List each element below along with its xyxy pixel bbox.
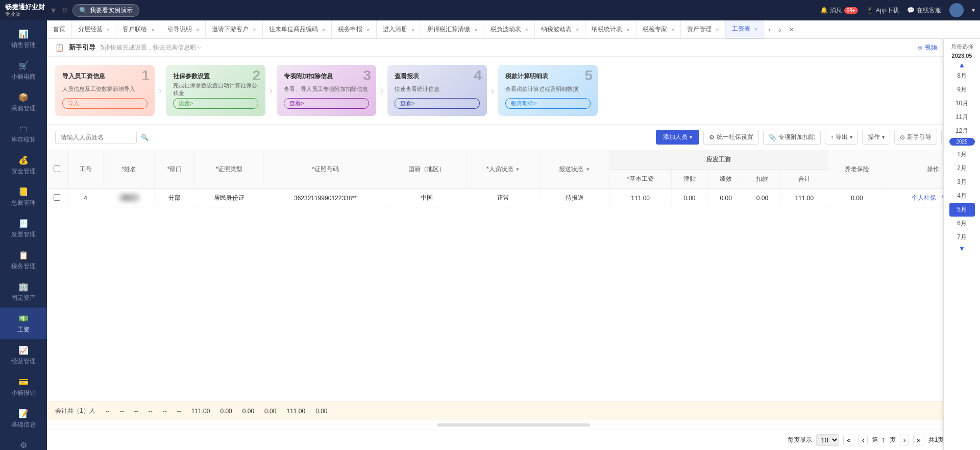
month-12[interactable]: 12月 <box>949 124 975 138</box>
tab-tax-expert[interactable]: 税检专家 × <box>636 20 681 39</box>
sidebar-item-assets[interactable]: 🏢 固定资产 <box>0 276 47 307</box>
demo-search[interactable]: 🔍 我要看实例演示 <box>72 4 139 17</box>
export-btn[interactable]: ↑ 导出 ▾ <box>825 130 858 145</box>
step-5-btn[interactable]: 敬请期待> <box>505 98 591 109</box>
tab-payroll[interactable]: 工资表 × <box>726 20 764 39</box>
logo-dropdown[interactable]: ▾ <box>51 5 56 16</box>
tab-close-icon[interactable]: × <box>151 27 154 33</box>
action-social-insurance-link[interactable]: 个人社保 <box>912 194 936 201</box>
tab-close-icon[interactable]: × <box>253 27 256 33</box>
month-10[interactable]: 10月 <box>949 97 975 110</box>
add-person-btn[interactable]: 添加人员 ▾ <box>656 130 699 145</box>
tab-guide-desc[interactable]: 引导说明 × <box>161 20 206 39</box>
user-menu[interactable]: ▾ <box>972 7 975 14</box>
search-input[interactable] <box>55 131 137 144</box>
sidebar-item-purchase[interactable]: 📦 采购管理 <box>0 86 47 118</box>
tab-close-icon[interactable]: × <box>716 27 719 33</box>
online-service-btn[interactable]: 💬 在线客服 <box>907 6 941 15</box>
tab-income-tax[interactable]: 所得税汇算清缴 × <box>421 20 484 39</box>
tab-tax-stats[interactable]: 纳税统计表 × <box>585 20 636 39</box>
month-6[interactable]: 6月 <box>949 217 975 230</box>
sidebar-item-ledger[interactable]: 📒 总账管理 <box>0 181 47 212</box>
newbie-guide-btn[interactable]: ⊙ 新手引导 <box>894 130 937 145</box>
step-4-btn[interactable]: 查看> <box>395 98 480 109</box>
tab-close-all-btn[interactable]: × <box>785 26 797 34</box>
month-2[interactable]: 2月 <box>949 161 975 175</box>
notification-btn[interactable]: 🔔 消息 99+ <box>820 6 858 15</box>
sidebar-item-finance[interactable]: 💰 资金管理 <box>0 149 47 181</box>
tab-close-icon[interactable]: × <box>754 26 757 32</box>
tab-close-icon[interactable]: × <box>107 27 110 33</box>
tab-prev-btn[interactable]: ‹ <box>764 26 775 34</box>
tab-product-code[interactable]: 往来单位商品编码 × <box>263 20 332 39</box>
tab-close-icon[interactable]: × <box>576 27 579 33</box>
footer-total: 111.00 <box>286 408 305 415</box>
sidebar-item-ecommerce[interactable]: 🛒 小畅电商 <box>0 55 47 86</box>
tab-asset-mgmt[interactable]: 资产管理 × <box>681 20 725 39</box>
sidebar-item-inventory[interactable]: 🗃 库存核算 <box>0 118 47 149</box>
tab-close-icon[interactable]: × <box>671 27 674 33</box>
tab-clearance[interactable]: 进入清册 × <box>377 20 421 39</box>
month-4[interactable]: 4月 <box>949 189 975 203</box>
avatar[interactable] <box>949 3 964 17</box>
footer-dash-5: -- <box>163 408 167 415</box>
search-button[interactable]: 🔍 <box>141 134 149 141</box>
report-filter-icon[interactable]: ▼ <box>585 167 591 172</box>
next-page-btn[interactable]: › <box>900 435 909 445</box>
tab-customer[interactable]: 客户联络 × <box>116 20 161 39</box>
tab-tax-fluctuation[interactable]: 纳税波动表 × <box>535 20 585 39</box>
tab-home[interactable]: 首页 <box>47 20 72 39</box>
status-filter-icon[interactable]: ▼ <box>515 167 520 172</box>
tab-close-icon[interactable]: × <box>366 27 370 33</box>
month-8[interactable]: 8月 <box>949 69 975 83</box>
step-1-btn[interactable]: 导入 <box>62 98 148 109</box>
tab-close-icon[interactable]: × <box>474 27 477 33</box>
month-11[interactable]: 11月 <box>949 110 975 124</box>
footer-base-salary: 111.00 <box>191 408 210 415</box>
tab-invite[interactable]: 邀请下游客户 × <box>206 20 262 39</box>
tab-close-icon[interactable]: × <box>322 27 325 33</box>
th-salary-group: 应发工资 <box>609 150 828 170</box>
tab-tiered-ops[interactable]: 分层经营 × <box>72 20 116 39</box>
month-1[interactable]: 1月 <box>949 148 975 161</box>
step-2-btn[interactable]: 设置> <box>173 98 258 109</box>
app-download-btn[interactable]: 📱 App下载 <box>866 6 899 15</box>
tab-close-icon[interactable]: × <box>626 27 629 33</box>
select-all-checkbox[interactable] <box>54 165 60 172</box>
operations-btn[interactable]: 操作 ▾ <box>862 130 890 145</box>
prev-page-btn[interactable]: ‹ <box>859 435 868 445</box>
sidebar-item-invoice[interactable]: 🧾 发票管理 <box>0 212 47 244</box>
month-7[interactable]: 7月 <box>949 230 975 244</box>
horizontal-scrollbar[interactable] <box>437 423 590 427</box>
month-down-btn[interactable]: ▼ <box>959 244 966 252</box>
sidebar-item-sales[interactable]: 📊 销售管理 <box>0 23 47 55</box>
tab-close-icon[interactable]: × <box>196 27 199 33</box>
sidebar-item-system[interactable]: ⚙ 系统管理 <box>0 434 47 450</box>
tab-next-btn[interactable]: › <box>775 26 786 34</box>
month-5-active[interactable]: 5月 <box>949 203 975 217</box>
first-page-btn[interactable]: « <box>843 435 854 445</box>
sidebar-item-tax[interactable]: 📋 税务管理 <box>0 244 47 276</box>
td-dept: 分部 <box>154 189 194 207</box>
guide-video-btn[interactable]: ⊙ 视频 <box>918 43 937 52</box>
tab-tax-burden[interactable]: 税负波动表 × <box>484 20 535 39</box>
step-3-btn[interactable]: 查看> <box>284 98 369 109</box>
last-page-btn[interactable]: » <box>913 435 924 445</box>
month-up-btn[interactable]: ▲ <box>959 61 966 69</box>
month-9[interactable]: 9月 <box>949 83 975 97</box>
tab-tax-report[interactable]: 税务申报 × <box>332 20 376 39</box>
tab-close-icon[interactable]: × <box>525 27 528 33</box>
sidebar-item-expense[interactable]: 💳 小畅报销 <box>0 371 47 402</box>
step-arrow-3: › <box>376 85 387 96</box>
unified-settings-btn[interactable]: ⚙ 统一社保设置 <box>703 130 759 145</box>
special-deduction-btn[interactable]: 📎 专项附加扣除 <box>763 130 821 145</box>
sidebar-item-operations[interactable]: 📈 经营管理 <box>0 339 47 371</box>
row-checkbox[interactable] <box>54 194 60 201</box>
tab-close-icon[interactable]: × <box>411 27 414 33</box>
per-page-select[interactable]: 10 <box>816 434 839 446</box>
year-badge-2025[interactable]: 2025 <box>949 138 975 146</box>
month-3[interactable]: 3月 <box>949 175 975 189</box>
settings-icon[interactable]: ⚙ <box>62 6 68 14</box>
sidebar-item-basic-info[interactable]: 📝 基础信息 <box>0 402 47 434</box>
sidebar-item-payroll[interactable]: 💵 工资 <box>0 307 47 339</box>
